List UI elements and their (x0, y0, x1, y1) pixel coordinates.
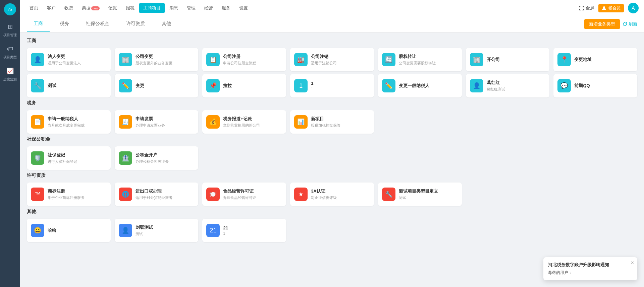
card-text-5-0: 哈哈 (48, 227, 107, 233)
notification-title: 河北税务数字账户升级影响通知 (548, 262, 633, 268)
topnav-item-5[interactable]: 报税 (122, 3, 139, 13)
topnav-item-1[interactable]: 客户 (43, 3, 60, 13)
card-text-2-1: 申请发票 办理申请发票业务 (136, 116, 195, 128)
svg-rect-3 (579, 6, 580, 7)
topnav-item-8[interactable]: 管理 (183, 3, 200, 13)
card-title-0-4: 股权转让 (399, 54, 458, 60)
topnav-item-7[interactable]: 消息 (165, 3, 182, 13)
topnav-item-6[interactable]: 工商项目 (139, 3, 165, 13)
section-5: 其他 😄 哈哈 👤 刘聪测试 测试 21 21 1 (27, 209, 637, 242)
section-0: 工商 👤 法人变更 适用于公司变更法人 🏢 公司变更 股权变更外的业务变更 📋 … (27, 38, 637, 71)
card-desc-1-5: 葛红红测试 (487, 87, 546, 92)
card-icon-5-0: 😄 (31, 224, 44, 237)
card-1-0[interactable]: 🔧 测试 (27, 74, 111, 97)
fullscreen-btn[interactable]: 全屏 (579, 5, 594, 11)
card-icon-1-1: ✏️ (119, 79, 132, 92)
card-0-0[interactable]: 👤 法人变更 适用于公司变更法人 (27, 48, 111, 71)
card-text-1-3: 1 1 (311, 81, 370, 91)
card-1-3[interactable]: 1 1 1 (290, 74, 374, 97)
sidebar-item-1[interactable]: 🏷项目类型 (3, 41, 17, 63)
card-text-4-2: 食品经营许可证 办理食品经营许可证 (223, 188, 282, 200)
sidebar: Ai ⊞项目管理🏷项目类型📈进度监测 (0, 0, 20, 287)
tab-0[interactable]: 工商 (27, 16, 50, 32)
card-2-0[interactable]: 📄 申请一般纳税人 当月或次月成变更完成 (27, 110, 111, 134)
card-text-1-6: 前期QQ (574, 83, 633, 89)
new-type-button[interactable]: 新增业务类型 (584, 19, 620, 29)
card-1-5[interactable]: 👤 葛红红 葛红红测试 (466, 74, 550, 97)
card-text-0-0: 法人变更 适用于公司变更法人 (48, 54, 107, 66)
refresh-button[interactable]: 刷新 (623, 19, 637, 29)
tab-3[interactable]: 许可资质 (119, 16, 152, 32)
card-4-1[interactable]: 🌐 进出口权办理 适用于对外贸易经营者 (115, 183, 199, 206)
card-text-4-1: 进出口权办理 适用于对外贸易经营者 (136, 188, 195, 200)
topnav-item-10[interactable]: 服务 (218, 3, 234, 13)
card-icon-4-2: 🍽️ (206, 188, 220, 201)
card-icon-2-0: 📄 (31, 115, 44, 129)
card-2-2[interactable]: 💰 税务报道+记账 拿到营业执照的新公司 (202, 110, 286, 134)
notification-close[interactable]: × (631, 260, 634, 266)
card-2-3[interactable]: 📊 新项目 报税加税控盘保管 (290, 110, 374, 134)
card-title-4-2: 食品经营许可证 (223, 188, 282, 194)
topnav-item-2[interactable]: 收费 (60, 3, 77, 13)
card-1-1[interactable]: ✏️ 变更 (115, 74, 199, 97)
card-0-2[interactable]: 📋 公司注册 申请公司注册全流程 (202, 48, 286, 71)
tab-2[interactable]: 社保公积金 (79, 16, 116, 32)
section-title-2: 税务 (27, 100, 637, 106)
card-text-0-1: 公司变更 股权变更外的业务变更 (136, 54, 195, 66)
card-3-0[interactable]: 🛡️ 社保登记 进行人员社保登记 (27, 146, 111, 170)
card-title-1-0: 测试 (48, 83, 107, 89)
card-icon-2-1: 🧾 (119, 115, 132, 129)
svg-rect-7 (579, 9, 580, 10)
card-text-1-5: 葛红红 葛红红测试 (487, 80, 546, 92)
card-title-5-2: 21 (223, 225, 282, 230)
card-5-0[interactable]: 😄 哈哈 (27, 219, 111, 242)
card-title-5-0: 哈哈 (48, 227, 107, 233)
card-0-1[interactable]: 🏢 公司变更 股权变更外的业务变更 (115, 48, 199, 71)
badge-3: new (91, 6, 100, 10)
topnav-item-4[interactable]: 记账 (104, 3, 121, 13)
card-0-5[interactable]: 🏢 开公司 (466, 48, 550, 71)
topnav-item-0[interactable]: 首页 (25, 3, 42, 13)
card-title-3-0: 社保登记 (48, 152, 107, 158)
card-5-1[interactable]: 👤 刘聪测试 测试 (115, 219, 199, 242)
topnav: 首页客户收费票据new记账报税工商项目消息管理经营服务设置 全屏 畅会员 A (20, 0, 644, 16)
card-desc-5-1: 测试 (136, 231, 195, 236)
card-title-4-0: 商标注册 (48, 188, 107, 194)
card-desc-4-3: 对企业信誉评级 (311, 195, 370, 200)
card-4-0[interactable]: ™ 商标注册 用于企业商标注册服务 (27, 183, 111, 206)
topnav-item-9[interactable]: 经营 (200, 3, 217, 13)
card-desc-0-4: 公司变更需要股权转让 (399, 61, 458, 66)
card-3-1[interactable]: 🏦 公积金开户 办理公积金相关业务 (115, 146, 199, 170)
card-title-3-1: 公积金开户 (136, 152, 195, 158)
card-icon-0-4: 🔄 (382, 53, 395, 66)
card-0-6[interactable]: 📍 变更地址 (553, 48, 637, 71)
user-avatar[interactable]: A (628, 3, 639, 13)
sidebar-icon-0: ⊞ (5, 22, 15, 31)
card-2-1[interactable]: 🧾 申请发票 办理申请发票业务 (115, 110, 199, 134)
fullscreen-label: 全屏 (586, 5, 594, 11)
topnav-item-3[interactable]: 票据new (78, 3, 104, 13)
card-0-3[interactable]: 🏭 公司注销 适用于注销公司 (290, 48, 374, 71)
card-0-4[interactable]: 🔄 股权转让 公司变更需要股权转让 (378, 48, 462, 71)
sidebar-item-0[interactable]: ⊞项目管理 (3, 19, 17, 41)
card-5-2[interactable]: 21 21 1 (202, 219, 286, 242)
card-1-2[interactable]: 📌 拉拉 (202, 74, 286, 97)
card-icon-0-6: 📍 (557, 53, 571, 66)
card-4-2[interactable]: 🍽️ 食品经营许可证 办理食品经营许可证 (202, 183, 286, 206)
topnav-right: 全屏 畅会员 A (579, 3, 639, 13)
card-1-6[interactable]: 💬 前期QQ (553, 74, 637, 97)
logo[interactable]: Ai (4, 3, 16, 15)
card-4-3[interactable]: ★ 3A认证 对企业信誉评级 (290, 183, 374, 206)
card-4-4[interactable]: 🔧 测试项目类型目定义 测试 (378, 183, 462, 206)
card-1-4[interactable]: ✏️ 变更一般纳税人 (378, 74, 462, 97)
sidebar-icon-1: 🏷 (5, 44, 15, 54)
card-desc-2-3: 报税加税控盘保管 (311, 123, 370, 128)
member-button[interactable]: 畅会员 (598, 4, 624, 12)
topnav-item-11[interactable]: 设置 (235, 3, 252, 13)
cards-grid-2: 📄 申请一般纳税人 当月或次月成变更完成 🧾 申请发票 办理申请发票业务 💰 税… (27, 110, 637, 134)
tab-1[interactable]: 税务 (53, 16, 76, 32)
tab-4[interactable]: 其他 (155, 16, 178, 32)
sidebar-item-2[interactable]: 📈进度监测 (3, 63, 17, 85)
card-title-5-1: 刘聪测试 (136, 224, 195, 230)
card-icon-1-6: 💬 (557, 79, 571, 92)
